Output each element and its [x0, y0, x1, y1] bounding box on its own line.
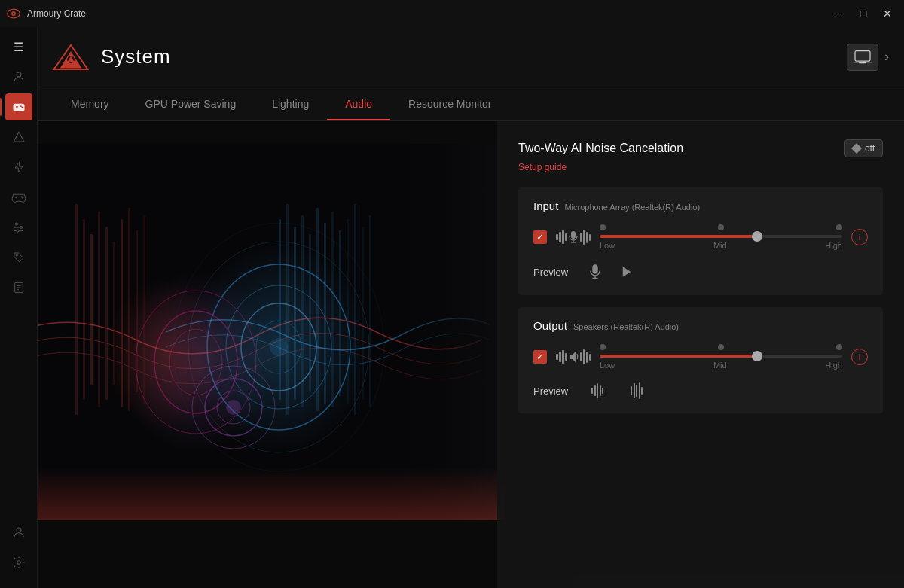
input-slider-fill [600, 235, 757, 238]
setup-guide-link[interactable]: Setup guide [518, 162, 883, 172]
laptop-icon [852, 50, 873, 65]
tab-lighting[interactable]: Lighting [254, 87, 327, 120]
input-label-mid: Mid [713, 241, 727, 250]
slider-dot-mid [718, 224, 724, 230]
output-checkbox[interactable] [533, 350, 547, 364]
slider-dot-high-out [836, 344, 842, 350]
sidebar-item-menu[interactable]: ☰ [5, 33, 32, 60]
tab-gpu[interactable]: GPU Power Saving [127, 87, 255, 120]
close-button[interactable]: ✕ [877, 3, 898, 24]
sidebar-item-tag[interactable] [5, 244, 32, 271]
svg-point-7 [20, 105, 22, 107]
hamburger-icon: ☰ [14, 40, 24, 54]
toggle-label: off [865, 143, 875, 154]
svg-rect-35 [83, 219, 85, 400]
svg-point-17 [15, 223, 17, 225]
output-row: Low Mid High i [533, 344, 868, 370]
svg-point-20 [16, 254, 17, 256]
toggle-off-button[interactable]: off [844, 139, 883, 157]
input-checkbox[interactable] [533, 230, 547, 244]
input-preview-label: Preview [533, 267, 575, 278]
svg-rect-4 [13, 104, 24, 111]
svg-rect-38 [105, 227, 108, 400]
main-area: Two-Way AI Noise Cancelation off Setup g… [38, 121, 904, 588]
output-waveform [556, 346, 591, 367]
input-slider-area: Low Mid High [600, 224, 842, 250]
svg-rect-74 [377, 144, 505, 520]
svg-marker-9 [14, 132, 24, 142]
audio-visualization [38, 121, 505, 588]
svg-point-26 [17, 561, 20, 565]
input-info-button[interactable]: i [851, 229, 868, 245]
input-label-high: High [825, 241, 842, 250]
input-preview-mic-button[interactable] [584, 260, 606, 283]
output-preview-wave-button[interactable] [623, 380, 650, 401]
slider-dot-high [836, 224, 842, 230]
svg-rect-79 [592, 264, 597, 273]
tab-resource[interactable]: Resource Monitor [390, 87, 510, 120]
maximize-button[interactable]: □ [853, 3, 874, 24]
window-controls: ─ □ ✕ [829, 3, 898, 24]
settings-icon [12, 556, 26, 569]
svg-rect-34 [75, 204, 78, 415]
output-slider-area: Low Mid High [600, 344, 842, 370]
sidebar-item-game[interactable] [5, 93, 32, 120]
triangle-icon [12, 130, 26, 144]
preview-mic-icon [588, 264, 602, 280]
noise-cancel-title: Two-Way AI Noise Cancelation [518, 142, 683, 155]
svg-point-8 [21, 107, 23, 108]
input-preview-play-button[interactable] [615, 260, 638, 283]
output-preview-play-button[interactable] [584, 380, 611, 401]
app-body: ☰ [0, 27, 904, 588]
svg-point-2 [13, 13, 15, 15]
output-slider-track[interactable] [600, 355, 842, 358]
sidebar-item-sliders[interactable] [5, 214, 32, 241]
header: System › [38, 27, 904, 87]
svg-rect-76 [571, 231, 576, 239]
tab-memory[interactable]: Memory [53, 87, 127, 120]
svg-point-69 [105, 279, 226, 430]
input-header: Input Microphone Array (Realtek(R) Audio… [533, 200, 868, 212]
svg-point-3 [17, 72, 21, 77]
audio-settings-panel: Two-Way AI Noise Cancelation off Setup g… [497, 121, 904, 588]
user-icon [12, 70, 26, 84]
output-slider-labels: Low Mid High [600, 361, 842, 370]
rog-logo [53, 44, 89, 71]
sidebar-item-manual[interactable] [5, 274, 32, 301]
input-slider-thumb[interactable] [752, 231, 762, 242]
input-waveform [556, 227, 591, 248]
input-slider-labels: Low Mid High [600, 241, 842, 250]
output-section: Output Speakers (Realtek(R) Audio) [518, 307, 883, 413]
flash-icon [13, 160, 25, 174]
sidebar-item-profile[interactable] [5, 519, 32, 546]
input-preview-row: Preview [533, 260, 868, 283]
input-row: Low Mid High i [533, 224, 868, 250]
titlebar-left: Armoury Crate [6, 6, 86, 21]
sidebar-item-triangle[interactable] [5, 123, 32, 151]
output-preview-label: Preview [533, 385, 575, 397]
output-slider-thumb[interactable] [752, 351, 762, 361]
output-label: Output [533, 319, 567, 332]
output-info-button[interactable]: i [851, 349, 868, 365]
sidebar-item-controller[interactable] [5, 184, 32, 211]
header-right: › [847, 44, 889, 71]
controller-icon [11, 192, 26, 203]
input-device: Microphone Array (Realtek(R) Audio) [564, 203, 700, 212]
sidebar-item-flash[interactable] [5, 154, 32, 181]
sidebar-item-user[interactable] [5, 63, 32, 90]
svg-rect-37 [98, 212, 100, 407]
tab-audio[interactable]: Audio [327, 87, 390, 120]
slider-dot-low [600, 224, 606, 230]
minimize-button[interactable]: ─ [829, 3, 850, 24]
wave-svg [38, 144, 505, 520]
tabs-bar: Memory GPU Power Saving Lighting Audio R… [38, 87, 904, 121]
svg-point-25 [17, 528, 21, 532]
svg-rect-31 [855, 50, 870, 60]
input-slider-track[interactable] [600, 235, 842, 238]
svg-rect-56 [369, 215, 371, 407]
sidebar-item-settings[interactable] [5, 549, 32, 576]
nav-arrow[interactable]: › [884, 49, 889, 65]
manual-icon [13, 281, 25, 294]
device-button[interactable] [847, 44, 878, 71]
input-section: Input Microphone Array (Realtek(R) Audio… [518, 187, 883, 295]
